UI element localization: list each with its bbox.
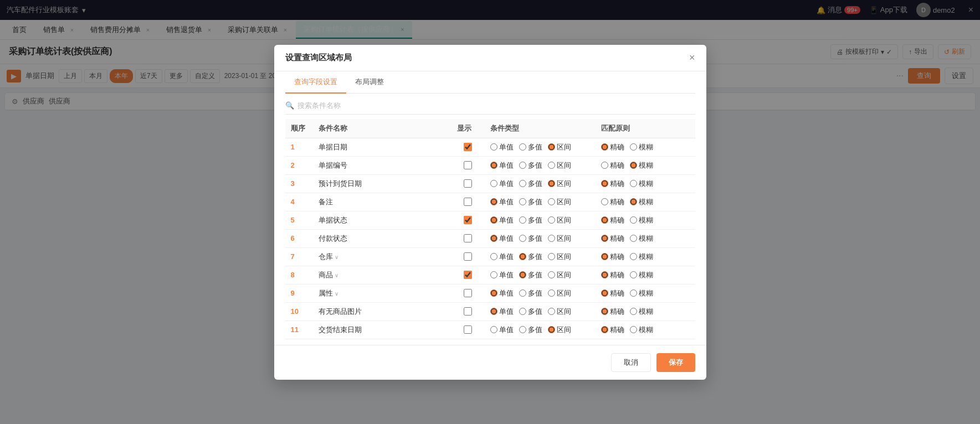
modal-overlay: 设置查询区域布局 × 查询字段设置 布局调整 🔍 顺序	[0, 0, 980, 115]
modal-dialog: 设置查询区域布局 × 查询字段设置 布局调整 🔍 顺序	[274, 45, 706, 116]
modal-tab-query-settings[interactable]: 查询字段设置	[285, 71, 346, 94]
modal-search-icon: 🔍	[285, 101, 294, 110]
modal-close-button[interactable]: ×	[689, 53, 695, 63]
modal-search-input[interactable]	[297, 101, 408, 110]
modal-body: 查询字段设置 布局调整 🔍 顺序 条件名称 显示 条件类型	[274, 71, 706, 116]
modal-tabs: 查询字段设置 布局调整	[285, 71, 695, 94]
modal-search-bar: 🔍	[285, 99, 695, 115]
modal-header: 设置查询区域布局 ×	[274, 45, 706, 71]
modal-title: 设置查询区域布局	[285, 53, 352, 63]
modal-tab-layout[interactable]: 布局调整	[346, 71, 393, 94]
